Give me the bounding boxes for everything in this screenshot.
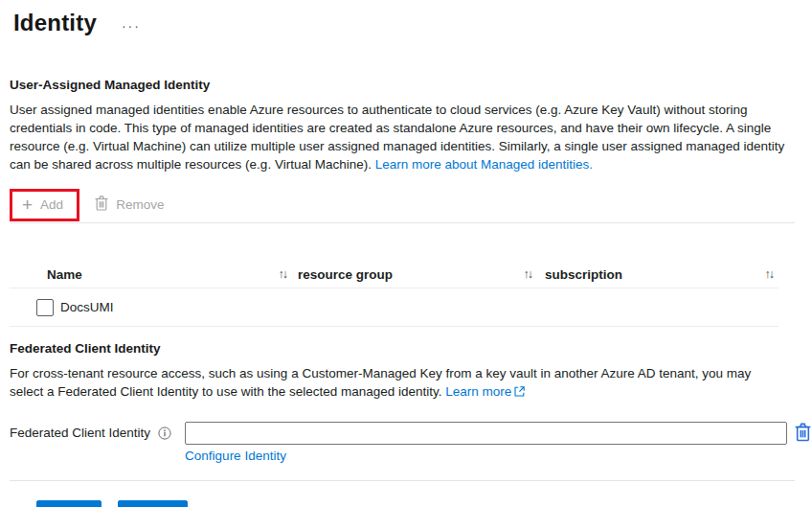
uami-section-heading: User-Assigned Managed Identity: [10, 78, 795, 92]
plus-icon: +: [22, 196, 33, 214]
uami-table: Name ↑↓ resource group ↑↓ subscription ↑…: [10, 261, 778, 327]
action-buttons: Apply Cancel: [36, 500, 795, 507]
federated-section-heading: Federated Client Identity: [10, 341, 795, 356]
uami-toolbar: + Add Remove: [10, 187, 795, 222]
federated-description: For cross-tenant resource access, such a…: [10, 364, 787, 402]
trash-icon: [95, 196, 108, 214]
delete-icon: [795, 430, 811, 445]
page-title: Identity: [13, 9, 97, 37]
page-header: Identity ···: [13, 6, 812, 40]
federated-identity-input-group: Configure Identity: [185, 422, 787, 463]
remove-button[interactable]: Remove: [89, 192, 169, 218]
apply-button[interactable]: Apply: [36, 500, 102, 507]
toolbar-divider: [10, 222, 795, 223]
uami-description: User assigned managed identities enable …: [10, 101, 787, 173]
configure-identity-link[interactable]: Configure Identity: [185, 449, 787, 463]
sort-icon[interactable]: ↑↓: [765, 267, 776, 281]
uami-table-header: Name ↑↓ resource group ↑↓ subscription ↑…: [10, 261, 778, 288]
bottom-divider: [10, 480, 795, 481]
info-icon[interactable]: [158, 426, 171, 443]
remove-button-label: Remove: [116, 197, 164, 212]
sort-icon[interactable]: ↑↓: [524, 267, 534, 281]
federated-identity-field-label: Federated Client Identity: [10, 422, 150, 445]
row-identity-name: DocsUMI: [60, 300, 114, 314]
add-button-highlight-box: + Add: [10, 189, 79, 221]
more-options-icon[interactable]: ···: [122, 6, 141, 40]
federated-identity-field-row: Federated Client Identity Configure Iden…: [10, 422, 795, 463]
add-button-label: Add: [40, 197, 63, 212]
row-checkbox[interactable]: [36, 299, 54, 316]
table-row[interactable]: DocsUMI: [10, 288, 778, 327]
column-header-subscription[interactable]: subscription ↑↓: [545, 267, 775, 282]
add-button[interactable]: + Add: [16, 193, 69, 218]
federated-identity-input[interactable]: [185, 422, 787, 445]
column-header-name[interactable]: Name ↑↓: [47, 267, 288, 282]
cancel-button[interactable]: Cancel: [118, 500, 188, 507]
external-link-icon: [514, 383, 525, 402]
federated-description-text: For cross-tenant resource access, such a…: [10, 366, 751, 399]
column-header-resource-group[interactable]: resource group ↑↓: [298, 267, 533, 282]
identity-pane: User-Assigned Managed Identity User assi…: [10, 78, 795, 507]
sort-icon[interactable]: ↑↓: [279, 267, 289, 281]
clear-identity-button[interactable]: [795, 423, 811, 445]
federated-learn-more-link[interactable]: Learn more: [445, 384, 525, 399]
managed-identities-learn-more-link[interactable]: Learn more about Managed identities.: [375, 157, 593, 172]
